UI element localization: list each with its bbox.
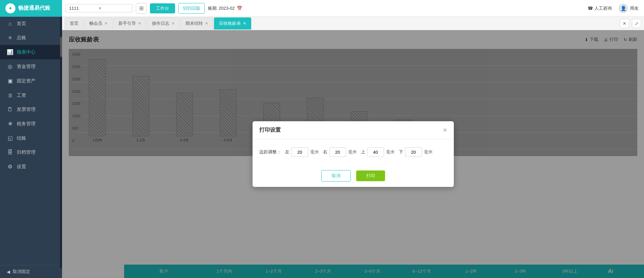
dialog-close-button[interactable]: ✕: [443, 127, 447, 133]
sidebar-item-label-checkout: 结账: [17, 135, 26, 141]
margin-bottom-input[interactable]: [405, 147, 422, 157]
period-value: 2023-02: [219, 6, 235, 11]
salary-icon: ≣: [7, 92, 13, 98]
window-maximize-button[interactable]: ⤢: [632, 19, 641, 28]
support-phone-icon: ☎: [588, 6, 593, 11]
switch-old-button[interactable]: 切到旧版: [178, 3, 205, 14]
margin-right-input[interactable]: [329, 147, 346, 157]
tab-period-end-label: 期末结转: [185, 20, 203, 26]
tab-member-close[interactable]: ✕: [104, 21, 108, 26]
period-label: 账期: [208, 5, 217, 11]
copy-icon: ⊞: [139, 5, 144, 11]
support-label: 人工咨询: [594, 5, 612, 11]
margin-label: 边距调整：: [259, 149, 281, 155]
margin-right-unit: 毫米: [348, 149, 357, 155]
margin-group-bottom: 下 毫米: [399, 147, 433, 157]
margin-top-input[interactable]: [367, 147, 384, 157]
page-content: 应收账龄表 ⬇ 下载 🖨 打印 ↻ 刷新: [62, 30, 644, 278]
tab-log-close[interactable]: ✕: [171, 21, 175, 26]
header-right: ☎ 人工咨询 👤 用友: [588, 4, 639, 13]
tab-home[interactable]: 首页: [65, 17, 84, 29]
tab-period-end[interactable]: 期末结转 ✕: [180, 17, 213, 29]
sidebar-item-label-assets: 固定资产: [17, 78, 36, 84]
collapse-icon: ◀: [7, 269, 10, 274]
sidebar-item-label-archive: 归档管理: [17, 149, 36, 155]
margin-bottom-unit: 毫米: [424, 149, 433, 155]
sidebar-item-assets[interactable]: ▣ 固定资产: [0, 74, 62, 88]
tab-aging[interactable]: 应收账龄表 ✕: [214, 17, 251, 29]
company-name: 1111: [69, 6, 79, 11]
tab-aging-close[interactable]: ✕: [243, 21, 246, 26]
sidebar-item-label-tax: 税务管理: [17, 121, 36, 127]
sidebar-item-home[interactable]: ⌂ 首页: [0, 17, 62, 31]
logo-text: 畅捷通易代账: [18, 5, 50, 12]
modal-overlay: 打印设置 ✕ 边距调整： 左 毫米 右: [62, 30, 644, 278]
sidebar-item-archive[interactable]: 🗄 归档管理: [0, 145, 62, 159]
margin-group-top: 上 毫米: [361, 147, 395, 157]
ledger-icon: ≡: [7, 35, 13, 41]
logo-area: ✦ 畅捷通易代账: [0, 0, 62, 17]
sidebar-item-funds[interactable]: ◎ 资金管理: [0, 59, 62, 74]
workbench-button[interactable]: 工作台: [150, 3, 175, 13]
top-header: ✦ 畅捷通易代账 1111 ▾ ⊞ 工作台 切到旧版 账期 2023-02 📅 …: [0, 0, 644, 17]
sidebar-item-reports[interactable]: 📊 报表中心: [0, 45, 62, 59]
print-confirm-button[interactable]: 打印: [356, 170, 385, 181]
cancel-button[interactable]: 取消: [321, 170, 351, 182]
user-avatar: 👤: [619, 4, 628, 13]
margin-right-label: 右: [323, 149, 327, 155]
tabs-bar: 首页 畅会员 ✕ 新手引导 ✕ 操作日志 ✕ 期末结转 ✕ 应收账龄表 ✕: [62, 17, 644, 30]
company-selector[interactable]: 1111 ▾: [65, 4, 132, 12]
calendar-icon[interactable]: 📅: [237, 6, 242, 11]
sidebar-item-label-home: 首页: [17, 21, 26, 27]
tab-member-label: 畅会员: [89, 20, 102, 26]
archive-icon: 🗄: [7, 149, 13, 155]
print-settings-dialog: 打印设置 ✕ 边距调整： 左 毫米 右: [253, 121, 454, 187]
collapse-label: 取消固定: [13, 269, 30, 275]
funds-icon: ◎: [7, 63, 13, 70]
content-area: 首页 畅会员 ✕ 新手引导 ✕ 操作日志 ✕ 期末结转 ✕ 应收账龄表 ✕: [62, 17, 644, 278]
tab-guide-close[interactable]: ✕: [138, 21, 141, 26]
sidebar-collapse-button[interactable]: ◀ 取消固定: [0, 265, 62, 278]
tabs-right: ✕ ⤢: [620, 19, 641, 28]
company-arrow-icon: ▾: [99, 6, 101, 11]
sidebar: ⌂ 首页 ≡ 总账 📊 报表中心 ◎ 资金管理 ▣ 固定资产 ≣ 工资: [0, 17, 62, 278]
margin-left-input[interactable]: [291, 147, 308, 157]
invoice-icon: 🗒: [7, 107, 13, 113]
window-close-button[interactable]: ✕: [620, 19, 629, 28]
tab-log-label: 操作日志: [152, 20, 169, 26]
tab-period-end-close[interactable]: ✕: [205, 21, 208, 26]
logo-icon: ✦: [5, 3, 15, 13]
dialog-body: 边距调整： 左 毫米 右 毫米: [253, 139, 454, 165]
copy-button[interactable]: ⊞: [136, 3, 147, 14]
sidebar-item-ledger[interactable]: ≡ 总账: [0, 31, 62, 45]
support-button[interactable]: ☎ 人工咨询: [588, 5, 612, 11]
sidebar-item-checkout[interactable]: ◱ 结账: [0, 131, 62, 145]
sidebar-item-label-ledger: 总账: [17, 35, 26, 41]
margin-left-unit: 毫米: [310, 149, 319, 155]
dialog-title: 打印设置: [259, 127, 281, 134]
sidebar-item-invoice[interactable]: 🗒 发票管理: [0, 102, 62, 117]
tab-member[interactable]: 畅会员 ✕: [84, 17, 113, 29]
sidebar-scroll: ⌂ 首页 ≡ 总账 📊 报表中心 ◎ 资金管理 ▣ 固定资产 ≣ 工资: [0, 17, 62, 265]
tax-icon: ❄: [7, 121, 13, 127]
dialog-header: 打印设置 ✕: [253, 121, 454, 139]
margin-top-unit: 毫米: [386, 149, 395, 155]
tab-aging-label: 应收账龄表: [219, 20, 241, 26]
sidebar-item-label-invoice: 发票管理: [17, 107, 36, 113]
sidebar-item-settings[interactable]: ⚙ 设置: [0, 159, 62, 174]
assets-icon: ▣: [7, 78, 13, 84]
checkout-icon: ◱: [7, 135, 13, 141]
dialog-footer: 取消 打印: [253, 165, 454, 187]
sidebar-item-label-salary: 工资: [17, 92, 26, 98]
tab-log[interactable]: 操作日志 ✕: [147, 17, 180, 29]
sidebar-item-label-reports: 报表中心: [17, 49, 36, 55]
tab-guide-label: 新手引导: [118, 20, 136, 26]
margin-top-label: 上: [361, 149, 365, 155]
sidebar-item-salary[interactable]: ≣ 工资: [0, 88, 62, 102]
user-area[interactable]: 👤 用友: [619, 4, 639, 13]
tab-guide[interactable]: 新手引导 ✕: [113, 17, 146, 29]
sidebar-item-tax[interactable]: ❄ 税务管理: [0, 117, 62, 131]
user-icon: 👤: [621, 6, 626, 11]
reports-icon: 📊: [7, 49, 13, 55]
period-area: 账期 2023-02 📅: [208, 5, 242, 11]
